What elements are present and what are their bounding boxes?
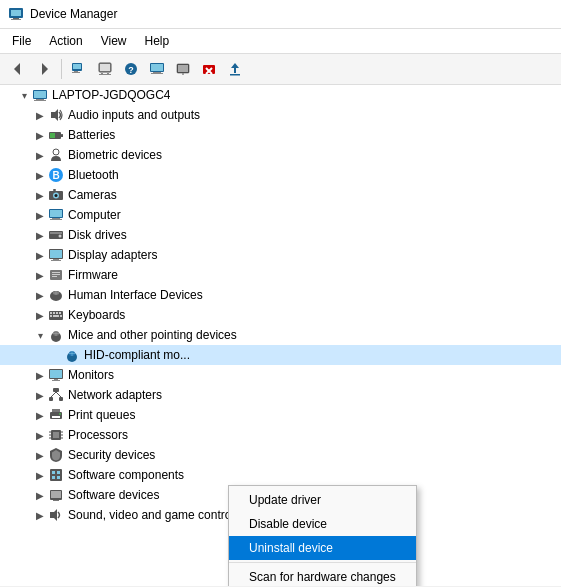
icon-hid-mouse — [64, 347, 80, 363]
expand-bluetooth[interactable]: ▶ — [32, 167, 48, 183]
expand-monitors[interactable]: ▶ — [32, 367, 48, 383]
menu-view[interactable]: View — [93, 31, 135, 51]
expand-root[interactable]: ▾ — [16, 87, 32, 103]
svg-rect-19 — [153, 72, 161, 73]
device-button[interactable] — [171, 57, 195, 81]
forward-button[interactable] — [32, 57, 56, 81]
tree-item-security[interactable]: ▶ Security devices — [0, 445, 561, 465]
svg-rect-52 — [50, 250, 62, 258]
computer-button[interactable] — [145, 57, 169, 81]
icon-software-components — [48, 467, 64, 483]
menu-action[interactable]: Action — [41, 31, 90, 51]
svg-rect-56 — [52, 272, 60, 273]
svg-rect-43 — [53, 189, 56, 191]
tree-item-mice[interactable]: ▾ Mice and other pointing devices — [0, 325, 561, 345]
svg-rect-69 — [53, 315, 59, 317]
scan-button[interactable] — [93, 57, 117, 81]
context-menu-update-driver[interactable]: Update driver — [229, 488, 416, 512]
expand-audio[interactable]: ▶ — [32, 107, 48, 123]
expand-hid[interactable]: ▶ — [32, 287, 48, 303]
tree-item-cameras[interactable]: ▶ Cameras — [0, 185, 561, 205]
svg-point-37 — [53, 149, 59, 155]
tree-item-biometric[interactable]: ▶ Biometric devices — [0, 145, 561, 165]
label-print: Print queues — [68, 408, 135, 422]
svg-rect-65 — [53, 312, 55, 314]
tree-item-audio[interactable]: ▶ Audio inputs and outputs — [0, 105, 561, 125]
label-hid: Human Interface Devices — [68, 288, 203, 302]
root-label: LAPTOP-JGDQOGC4 — [52, 88, 170, 102]
expand-display[interactable]: ▶ — [32, 247, 48, 263]
back-button[interactable] — [6, 57, 30, 81]
icon-computer — [48, 207, 64, 223]
tree-item-display[interactable]: ▶ Display adapters — [0, 245, 561, 265]
icon-network — [48, 387, 64, 403]
tree-item-print[interactable]: ▶ Print queues — [0, 405, 561, 425]
context-menu-scan-changes[interactable]: Scan for hardware changes — [229, 565, 416, 586]
expand-sound[interactable]: ▶ — [32, 507, 48, 523]
tree-item-computer[interactable]: ▶ Computer — [0, 205, 561, 225]
icon-monitors — [48, 367, 64, 383]
svg-rect-91 — [52, 419, 60, 421]
expand-software-devices[interactable]: ▶ — [32, 487, 48, 503]
svg-rect-32 — [34, 100, 46, 101]
expand-mice[interactable]: ▾ — [32, 327, 48, 343]
menu-help[interactable]: Help — [137, 31, 178, 51]
expand-software-components[interactable]: ▶ — [32, 467, 48, 483]
svg-rect-47 — [50, 219, 62, 220]
svg-rect-54 — [51, 260, 61, 261]
svg-rect-101 — [50, 469, 62, 481]
expand-biometric[interactable]: ▶ — [32, 147, 48, 163]
svg-rect-14 — [99, 74, 111, 75]
expand-disk[interactable]: ▶ — [32, 227, 48, 243]
menu-file[interactable]: File — [4, 31, 39, 51]
help-button[interactable]: ? — [119, 57, 143, 81]
tree-item-hid[interactable]: ▶ Human Interface Devices — [0, 285, 561, 305]
tree-item-keyboards[interactable]: ▶ Keyboards — [0, 305, 561, 325]
svg-rect-11 — [100, 64, 110, 71]
svg-point-23 — [182, 73, 184, 75]
icon-disk — [48, 227, 64, 243]
expand-computer[interactable]: ▶ — [32, 207, 48, 223]
label-batteries: Batteries — [68, 128, 115, 142]
expand-print[interactable]: ▶ — [32, 407, 48, 423]
svg-rect-103 — [57, 471, 60, 474]
tree-item-network[interactable]: ▶ Network adapters — [0, 385, 561, 405]
download-button[interactable] — [223, 57, 247, 81]
tree-item-monitors[interactable]: ▶ Monitors — [0, 365, 561, 385]
expand-network[interactable]: ▶ — [32, 387, 48, 403]
expand-keyboards[interactable]: ▶ — [32, 307, 48, 323]
icon-mice — [48, 327, 64, 343]
svg-marker-5 — [42, 63, 48, 75]
expand-processors[interactable]: ▶ — [32, 427, 48, 443]
icon-keyboards — [48, 307, 64, 323]
svg-rect-46 — [52, 218, 60, 219]
tree-item-bluetooth[interactable]: ▶ B Bluetooth — [0, 165, 561, 185]
expand-cameras[interactable]: ▶ — [32, 187, 48, 203]
icon-print — [48, 407, 64, 423]
tree-item-firmware[interactable]: ▶ Firmware — [0, 265, 561, 285]
tree-item-software-components[interactable]: ▶ Software components — [0, 465, 561, 485]
tree-item-batteries[interactable]: ▶ Batteries — [0, 125, 561, 145]
svg-rect-9 — [72, 72, 80, 73]
tree-item-processors[interactable]: ▶ Processors — [0, 425, 561, 445]
label-audio: Audio inputs and outputs — [68, 108, 200, 122]
icon-biometric — [48, 147, 64, 163]
remove-button[interactable] — [197, 57, 221, 81]
svg-point-92 — [59, 413, 61, 415]
tree-item-hid-mouse[interactable]: ▶ HID-compliant mo... — [0, 345, 561, 365]
context-menu-uninstall-device[interactable]: Uninstall device — [229, 536, 416, 560]
svg-rect-82 — [52, 380, 60, 381]
properties-button[interactable] — [67, 57, 91, 81]
tree-root[interactable]: ▾ LAPTOP-JGDQOGC4 — [0, 85, 561, 105]
svg-point-50 — [59, 235, 62, 238]
expand-security[interactable]: ▶ — [32, 447, 48, 463]
context-menu-disable-device[interactable]: Disable device — [229, 512, 416, 536]
tree-item-disk[interactable]: ▶ Disk drives — [0, 225, 561, 245]
label-sound: Sound, video and game controllers — [68, 508, 253, 522]
svg-rect-22 — [178, 65, 188, 72]
expand-batteries[interactable]: ▶ — [32, 127, 48, 143]
tree-area[interactable]: ▾ LAPTOP-JGDQOGC4 ▶ Audio inputs and out… — [0, 85, 561, 586]
menu-bar: File Action View Help — [0, 29, 561, 54]
expand-firmware[interactable]: ▶ — [32, 267, 48, 283]
svg-rect-57 — [52, 274, 60, 275]
